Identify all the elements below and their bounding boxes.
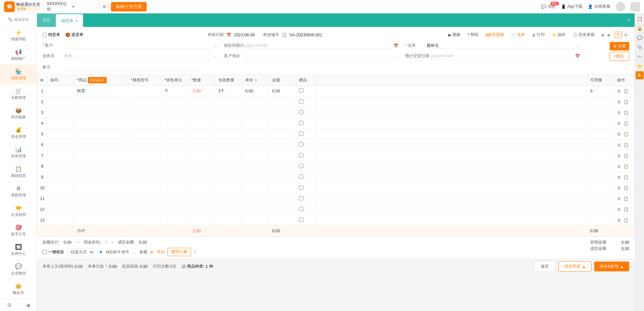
copy-row-icon[interactable]: 📋 — [623, 100, 629, 104]
customer-addr-input[interactable] — [244, 52, 394, 60]
right-panel-btn-7[interactable]: 🔔 — [636, 71, 644, 79]
grid-view-button[interactable]: ⊞ — [622, 32, 629, 38]
salesperson-input[interactable] — [63, 52, 213, 60]
sidebar-item-marketing[interactable]: 📢 营销推广 — [0, 45, 37, 65]
sidebar-item-app-center[interactable]: 🔲 应用中心 — [0, 240, 37, 260]
sidebar-search[interactable]: 🔍 搜索菜单 — [0, 13, 37, 26]
sidebar-collapse-icon[interactable]: ◀ — [26, 302, 30, 308]
choose-button[interactable]: 📄 选单 — [509, 31, 527, 39]
delete-row-icon[interactable]: 🗑 — [617, 121, 621, 126]
sidebar-item-finance[interactable]: 💰 资金管理 — [0, 123, 37, 143]
delete-row-icon[interactable]: 🗑 — [617, 89, 621, 93]
tab-sales-order[interactable]: 销货单 × — [56, 14, 83, 28]
sidebar-settings-icon[interactable]: ⚙ — [7, 302, 12, 308]
list-view-button[interactable]: ☰ — [615, 32, 622, 38]
due-date-calendar-icon[interactable]: 📅 — [393, 43, 399, 48]
discount-help-icon[interactable]: ? — [105, 240, 107, 245]
scan-button[interactable]: 扫码录入 — [88, 77, 107, 83]
payment-method-select[interactable]: 结算方式 — [67, 248, 94, 256]
next-arrow-icon[interactable]: ▶ — [606, 32, 612, 38]
copy-row-icon[interactable]: 📋 — [623, 175, 629, 180]
online-service-button[interactable]: 👤 在线客服 — [588, 4, 610, 9]
sidebar-item-wechat[interactable]: 💬 企业微信 — [0, 260, 37, 279]
th-settings[interactable]: ⚙ — [37, 75, 47, 86]
delete-row-icon[interactable]: 🗑 — [617, 218, 621, 223]
copy-row-icon[interactable]: 📋 — [623, 143, 629, 147]
sidebar-item-system[interactable]: ⚙ 系统管理 — [0, 182, 37, 201]
copy-row-icon[interactable]: 📋 — [623, 132, 629, 137]
copy-row-icon[interactable]: 📋 — [623, 186, 629, 190]
discard-button[interactable]: 放弃 — [534, 261, 556, 272]
app-download-button[interactable]: 📱 App下载 — [561, 4, 582, 9]
delete-row-icon[interactable]: 🗑 — [617, 207, 621, 212]
copy-row-icon[interactable]: 📋 — [623, 218, 629, 223]
message-button[interactable]: 💬 消息 99+ — [541, 4, 556, 9]
expected-date-input[interactable] — [429, 52, 574, 60]
payment-account-dots-icon[interactable]: ... — [133, 250, 137, 255]
delete-row-icon[interactable]: 🗑 — [617, 153, 621, 158]
history-button[interactable]: 🕒 历史单据 — [570, 31, 597, 39]
copy-row-icon[interactable]: 📋 — [623, 121, 629, 126]
sidebar-item-operations[interactable]: 📊 经营管理 — [0, 143, 37, 162]
right-panel-btn-2[interactable]: 🔒 — [636, 24, 644, 32]
radio-return[interactable]: 退货单 — [66, 32, 83, 38]
customer-input[interactable] — [63, 42, 213, 49]
settings-button[interactable]: ⚙ 设置 — [610, 42, 629, 50]
help-button[interactable]: ? 帮助 — [465, 31, 481, 39]
tab-close-all[interactable]: × — [628, 17, 635, 23]
sidebar-item-sales[interactable]: 🏪 销售管理 — [0, 65, 37, 84]
delete-row-icon[interactable]: 🗑 — [617, 175, 621, 180]
due-date-input[interactable] — [244, 42, 392, 49]
user-menu-icon[interactable] — [631, 2, 640, 11]
payment-method-dots-icon[interactable]: ▼ — [99, 249, 103, 255]
video-button[interactable]: ▶ 视频 — [446, 31, 462, 39]
copy-row-icon[interactable]: 📋 — [623, 207, 629, 212]
one-click-payment-checkbox[interactable]: 一键收款 — [42, 249, 64, 255]
delete-row-icon[interactable]: 🗑 — [617, 186, 621, 190]
right-panel-btn-5[interactable]: ✏ — [636, 52, 644, 61]
save-new-button[interactable]: 保存&新增 ▲ — [594, 262, 629, 271]
company-selector[interactable]: XXXXXX公司 ▼ — [44, 0, 98, 14]
delete-row-icon[interactable]: 🗑 — [617, 110, 621, 115]
sidebar-item-guide[interactable]: 🎯 新手引导 — [0, 221, 37, 240]
sidebar-item-membership[interactable]: 👑 畅会员 — [0, 279, 37, 299]
settings-icon[interactable]: ⚙ — [100, 2, 109, 11]
experience-button[interactable]: 体验行业方案 — [111, 2, 147, 11]
customer-lookup-icon[interactable]: ... — [214, 43, 217, 48]
salesperson-lookup-icon[interactable]: ... — [214, 54, 217, 59]
add-payment-button[interactable]: 添加 — [157, 249, 165, 255]
right-panel-btn-6[interactable]: ⭐ — [636, 62, 644, 70]
warehouse-lookup-icon[interactable]: ... — [577, 43, 580, 48]
copy-row-icon[interactable]: 📋 — [623, 164, 629, 169]
right-panel-btn-1[interactable]: 📋 — [636, 15, 644, 23]
sidebar-item-inventory[interactable]: 📦 库存核算 — [0, 104, 37, 123]
fee-split-button[interactable]: 费用分摊 — [167, 248, 191, 256]
right-panel-btn-3[interactable]: 💬 — [636, 34, 644, 42]
add-amount-icon[interactable]: ⊕ — [150, 250, 153, 255]
shortcut-button[interactable]: ⌨ 快捷键 — [483, 31, 506, 39]
copy-row-icon[interactable]: 📋 — [623, 153, 629, 158]
close-all-icon[interactable]: × — [628, 17, 631, 23]
prev-arrow-icon[interactable]: ◀ — [599, 32, 605, 38]
print-button[interactable]: 🖨 打印 — [530, 31, 547, 39]
fee-help-icon[interactable]: ? — [194, 250, 196, 255]
overdue-help-icon[interactable]: ? — [105, 264, 108, 269]
expected-date-calendar-icon[interactable]: 📅 — [575, 54, 580, 59]
copy-row-icon[interactable]: 📋 — [623, 89, 629, 93]
save-draft-button[interactable]: 保存草稿 ▲ — [559, 261, 592, 272]
copy-row-icon[interactable]: 📋 — [623, 110, 629, 115]
right-panel-btn-4[interactable]: 📎 — [636, 43, 644, 51]
sidebar-item-purchase[interactable]: 🛒 采购管理 — [0, 84, 37, 104]
tab-close-icon[interactable]: × — [75, 18, 78, 23]
sidebar-item-enterprise[interactable]: 🤝 企业协同 — [0, 201, 37, 221]
price-info-icon[interactable]: ℹ — [255, 78, 257, 82]
delete-row-icon[interactable]: 🗑 — [617, 196, 621, 201]
avatar[interactable] — [616, 2, 625, 11]
sidebar-item-base-info[interactable]: 📋 基础信息 — [0, 162, 37, 182]
notes-input[interactable] — [63, 64, 197, 71]
copy-row-icon[interactable]: 📋 — [623, 196, 629, 201]
sidebar-item-quick-nav[interactable]: ⚡ 快捷导航 — [0, 26, 37, 45]
customer-addr-lookup-icon[interactable]: ... — [395, 54, 399, 59]
delete-row-icon[interactable]: 🗑 — [617, 143, 621, 147]
logistics-button[interactable]: +物流 — [610, 52, 629, 61]
